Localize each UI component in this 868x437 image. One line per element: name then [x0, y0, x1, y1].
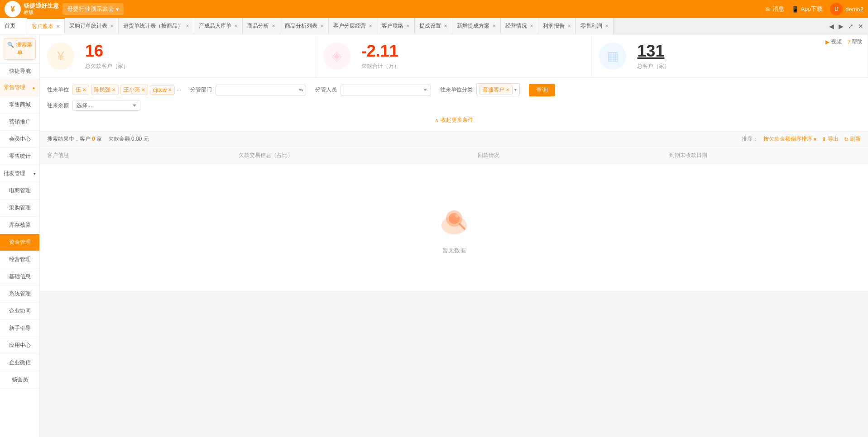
empty-illustration	[434, 200, 475, 241]
result-debt-unit: 元	[144, 136, 149, 142]
sidebar-item-marketing[interactable]: 营销推广	[0, 114, 39, 131]
help-btn[interactable]: ? 帮助	[847, 38, 863, 46]
tab-retail-profit[interactable]: 零售利润 ✕	[576, 18, 614, 34]
sidebar-item-label: 新手引导	[9, 325, 31, 331]
tab-product-analysis[interactable]: 商品分析 ✕	[243, 18, 280, 34]
tab-close-icon[interactable]: ✕	[369, 24, 372, 28]
tab-purchase-order-stats[interactable]: 采购订单统计表 ✕	[65, 18, 119, 34]
sidebar-quick-nav[interactable]: 快捷导航	[0, 64, 39, 79]
sidebar-item-finance-mgmt[interactable]: 资金管理	[0, 234, 39, 251]
help-label: 帮助	[852, 38, 863, 46]
tab-purchase-stats-by-product[interactable]: 进货单统计表（按商品） ✕	[119, 18, 194, 34]
account-dropdown[interactable]: 母婴行业演示账套 ▾	[62, 3, 124, 15]
sidebar-item-member-center[interactable]: 会员中心	[0, 131, 39, 148]
empty-text: 暂无数据	[442, 247, 466, 255]
sidebar-item-basic-info[interactable]: 基础信息	[0, 268, 39, 285]
tab-close-icon[interactable]: ✕	[406, 24, 410, 28]
stats-row: ¥ 16 总欠款客户（家） ◈ -2.11 欠款合计（万）	[40, 34, 868, 78]
filter-tag-remove-common[interactable]: ✕	[506, 87, 509, 92]
tab-close-all-icon[interactable]: ✕	[856, 22, 865, 31]
sidebar-item-new-user-guide[interactable]: 新手引导	[0, 320, 39, 337]
tab-label: 采购订单统计表	[69, 22, 107, 30]
tab-profit-report[interactable]: 利润报告 ✕	[538, 18, 576, 34]
sidebar-item-enterprise-wechat[interactable]: 企业微信	[0, 354, 39, 371]
message-label: 消息	[772, 5, 784, 13]
tab-product-instock[interactable]: 产成品入库单 ✕	[194, 18, 243, 34]
tab-close-icon[interactable]: ✕	[320, 24, 324, 28]
sidebar-item-inventory[interactable]: 库存核算	[0, 217, 39, 234]
tab-operation[interactable]: 经营情况 ✕	[501, 18, 538, 34]
tab-customer-ledger-label: 客户账本	[32, 23, 53, 30]
filter-tag-remove-wang[interactable]: ✕	[141, 87, 145, 92]
header-label-1: 客户信息	[47, 152, 69, 158]
stat-card-icon-1: ¥	[47, 43, 74, 70]
tab-home[interactable]: 首页	[0, 18, 27, 34]
video-btn[interactable]: ▶ 视频	[825, 38, 842, 46]
dept-select[interactable]	[216, 85, 306, 95]
tab-prev-icon[interactable]: ◀	[827, 22, 836, 31]
refresh-icon: ↻	[844, 136, 849, 142]
filter-tag-common-customer: 普通客户 ✕	[480, 85, 513, 95]
tab-close-icon[interactable]: ✕	[530, 24, 533, 28]
tab-customer-segment[interactable]: 客户分层经营 ✕	[329, 18, 377, 34]
sidebar-item-wholesale-mgmt[interactable]: 批发管理 ▾	[0, 165, 39, 182]
sidebar-item-purchase-mgmt[interactable]: 采购管理	[0, 200, 39, 217]
filter-tag-remove-cjttcw[interactable]: ✕	[168, 87, 172, 92]
sidebar-item-label: 库存核算	[9, 222, 31, 228]
sidebar-item-label: 营销推广	[9, 119, 31, 125]
sidebar-item-retail-mall[interactable]: 零售商城	[0, 96, 39, 114]
person-select[interactable]	[340, 85, 431, 95]
export-btn[interactable]: ⬇ 导出	[822, 135, 839, 143]
sidebar-item-app-center[interactable]: 应用中心	[0, 337, 39, 354]
tab-product-analysis-list[interactable]: 商品分析列表 ✕	[280, 18, 329, 34]
data-table: 客户信息 欠款交易信息（占比） 回款情况 到期未收款日期	[40, 147, 868, 291]
tab-commission-settings[interactable]: 提成设置 ✕	[415, 18, 452, 34]
search-menu-button[interactable]: 🔍 搜索菜单	[4, 38, 36, 60]
filter-tag-remove-chen[interactable]: ✕	[112, 87, 115, 92]
balance-select[interactable]: 选择...	[72, 100, 140, 111]
sort-dropdown-btn[interactable]: 按欠款金额倒序排序 ▾	[763, 135, 816, 143]
tab-add-commission[interactable]: 新增提成方案 ✕	[452, 18, 501, 34]
sidebar-item-label: 资金管理	[9, 239, 31, 245]
filter-tag-remove-wu[interactable]: ✕	[82, 87, 86, 92]
tab-close-icon[interactable]: ✕	[492, 24, 496, 28]
filter-row-2: 往来余额 选择...	[47, 100, 861, 111]
tab-customer-ledger[interactable]: 客户账本 ✕	[27, 18, 65, 34]
app-download-btn[interactable]: 📱 App下载	[791, 5, 823, 13]
tab-close-icon[interactable]: ✕	[567, 24, 571, 28]
tab-close-icon[interactable]: ✕	[234, 24, 238, 28]
tab-next-icon[interactable]: ▶	[837, 22, 845, 31]
tab-close-icon[interactable]: ✕	[605, 24, 609, 28]
filter-tag-label: 普通客户	[483, 86, 504, 94]
tab-close-icon[interactable]: ✕	[56, 24, 60, 29]
user-area[interactable]: D demo2	[830, 3, 863, 15]
message-btn[interactable]: ✉ 消息	[766, 5, 784, 13]
sidebar-item-enterprise-collab[interactable]: 企业协同	[0, 303, 39, 320]
tab-bar: 首页 客户账本 ✕ 采购订单统计表 ✕ 进货单统计表（按商品） ✕ 产成品入库单…	[0, 18, 868, 34]
tab-close-icon[interactable]: ✕	[444, 24, 447, 28]
sidebar-item-label: 经营管理	[9, 256, 31, 262]
sidebar-item-system-mgmt[interactable]: 系统管理	[0, 285, 39, 303]
result-info-text: 搜索结果中，客户	[47, 136, 91, 142]
refresh-btn[interactable]: ↻ 刷新	[844, 135, 861, 143]
sidebar-item-chang-member[interactable]: 畅会员	[0, 371, 39, 389]
collapse-filters-btn[interactable]: ∧ 收起更多条件	[47, 114, 861, 126]
sidebar-search-area: 🔍 搜索菜单	[0, 34, 39, 64]
sidebar-item-retail-stats[interactable]: 零售统计	[0, 148, 39, 165]
tab-close-icon[interactable]: ✕	[186, 24, 189, 28]
stat-card-icon-3: ▦	[599, 43, 626, 70]
filter-tag-label: cjttcw	[153, 87, 167, 93]
sidebar-item-operation-mgmt[interactable]: 经营管理	[0, 251, 39, 268]
tab-customer-contact[interactable]: 客户联络 ✕	[377, 18, 415, 34]
sidebar-item-retail-mgmt[interactable]: 零售管理 ▲	[0, 79, 39, 96]
sidebar-item-label: 系统管理	[9, 290, 31, 297]
sidebar-item-ecommerce[interactable]: 电商管理	[0, 182, 39, 200]
filter-more-tags[interactable]: ···	[177, 87, 181, 93]
tab-close-icon[interactable]: ✕	[272, 24, 275, 28]
tab-close-icon[interactable]: ✕	[110, 24, 114, 28]
query-button[interactable]: 查询	[529, 84, 555, 96]
chevron-icon: ▲	[32, 86, 36, 90]
chevron-down-icon: ▾	[34, 171, 36, 176]
tab-expand-icon[interactable]: ⤢	[846, 22, 855, 31]
stat-label-3: 总客户（家）	[637, 62, 670, 70]
